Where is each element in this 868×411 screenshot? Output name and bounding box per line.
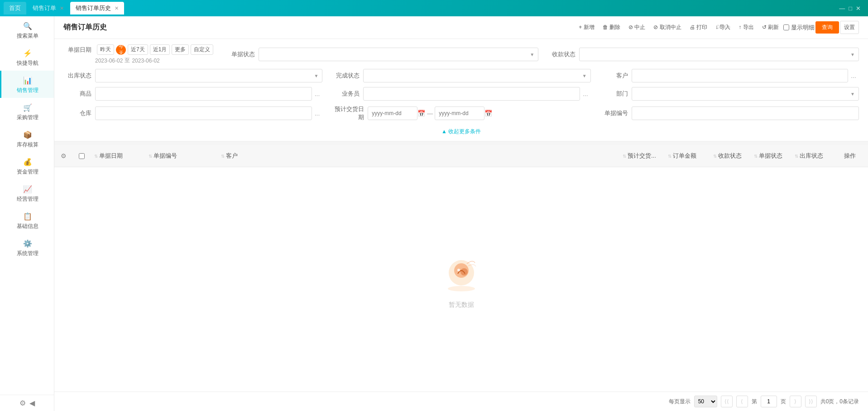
- table-settings-icon[interactable]: ⚙: [58, 149, 69, 163]
- tab-sales-order-close[interactable]: ✕: [60, 5, 64, 11]
- salesperson-dots-btn[interactable]: ...: [580, 90, 591, 97]
- warehouse-dots-btn[interactable]: ...: [312, 110, 323, 117]
- product-dots-btn[interactable]: ...: [312, 90, 323, 97]
- show-detail-label: 显示明细: [791, 24, 815, 32]
- import-button[interactable]: ↓ 导入: [712, 21, 734, 34]
- inventory-icon: 📦: [23, 131, 32, 139]
- tab-sales-order-history-close[interactable]: ✕: [115, 5, 119, 11]
- order-no-input[interactable]: [632, 106, 859, 120]
- delivery-date-to[interactable]: [435, 106, 484, 120]
- payment-status-select[interactable]: ▼: [579, 48, 859, 61]
- page-number-input[interactable]: [761, 396, 777, 407]
- th-order-no: ⇅ 单据编号: [145, 152, 217, 160]
- department-select[interactable]: ▼: [632, 87, 859, 101]
- th-date: ⇅ 单据日期: [91, 152, 145, 160]
- delivery-date-from-calendar-icon[interactable]: 📅: [417, 110, 425, 117]
- sort-orderstatus-icon[interactable]: ⇅: [754, 154, 758, 159]
- minimize-btn[interactable]: —: [839, 5, 845, 12]
- collapse-btn[interactable]: ▲ 收起更多条件: [441, 128, 481, 135]
- sidebar-item-finance[interactable]: 💰 资金管理: [0, 152, 54, 179]
- sidebar-item-quick-nav[interactable]: ⚡ 快捷导航: [0, 44, 54, 71]
- sort-date-icon[interactable]: ⇅: [94, 154, 98, 159]
- payment-status-arrow-icon: ▼: [850, 52, 855, 57]
- complete-status-select[interactable]: ▼: [363, 69, 590, 82]
- warehouse-input[interactable]: [95, 106, 312, 120]
- warehouse-status-select[interactable]: ▼: [95, 69, 322, 82]
- export-button[interactable]: ↑ 导出: [735, 21, 757, 34]
- date-quick-btns: 昨天 今天 近7天 近1月 更多 自定义: [97, 44, 213, 55]
- maximize-btn[interactable]: □: [849, 5, 852, 12]
- th-payment: ⇅ 收款状态: [710, 152, 750, 160]
- refresh-button[interactable]: ↺ 刷新: [758, 21, 782, 34]
- delivery-date-from[interactable]: [368, 106, 417, 120]
- sidebar-item-sales[interactable]: 📊 销售管理: [0, 71, 54, 98]
- department-label: 部门: [600, 90, 632, 98]
- close-btn[interactable]: ✕: [856, 5, 861, 12]
- table-area: ⚙ ⇅ 单据日期 ⇅ 单据编号 ⇅ 客户 ⇅: [54, 145, 868, 392]
- sort-warehousestatus-icon[interactable]: ⇅: [795, 154, 798, 159]
- sidebar-item-base[interactable]: 📋 基础信息: [0, 207, 54, 234]
- date-filter-group: 单据日期 昨天 今天 近7天 近1月 更多 自定义 2023-06-02 至: [63, 44, 213, 64]
- th-settings[interactable]: ⚙: [54, 149, 72, 163]
- yesterday-btn[interactable]: 昨天: [97, 44, 114, 55]
- sidebar-item-base-label: 基础信息: [17, 222, 38, 230]
- tab-sales-order-history[interactable]: 销售订单历史 ✕: [70, 2, 124, 15]
- sort-amount-icon[interactable]: ⇅: [668, 154, 671, 159]
- today-btn[interactable]: 今天: [116, 45, 126, 55]
- customer-label: 客户: [600, 72, 632, 80]
- sidebar-collapse-btn[interactable]: ◀: [29, 399, 35, 407]
- sort-payment-icon[interactable]: ⇅: [713, 154, 717, 159]
- customer-dots-btn[interactable]: ...: [848, 72, 859, 79]
- department-arrow-icon: ▼: [850, 92, 855, 97]
- sidebar-item-inventory[interactable]: 📦 库存核算: [0, 125, 54, 152]
- query-button[interactable]: 查询: [815, 21, 839, 34]
- sidebar-item-operations-label: 经营管理: [17, 195, 38, 203]
- delete-button[interactable]: 🗑 删除: [599, 21, 624, 34]
- 7days-btn[interactable]: 近7天: [128, 44, 148, 55]
- sidebar-item-system[interactable]: ⚙️ 系统管理: [0, 234, 54, 261]
- stop-button[interactable]: ⊘ 中止: [625, 21, 649, 34]
- more-btn[interactable]: 更多: [172, 44, 189, 55]
- sort-customer-icon[interactable]: ⇅: [221, 154, 225, 159]
- empty-state: 暂无数据: [54, 167, 868, 392]
- th-checkbox[interactable]: [72, 153, 91, 159]
- 1month-btn[interactable]: 近1月: [150, 44, 170, 55]
- first-page-btn[interactable]: ⟨⟨: [721, 396, 733, 407]
- delivery-date-group: 预计交货日期 📅 — 📅: [331, 105, 590, 121]
- page-size-select[interactable]: 50 10 20 100: [694, 396, 717, 407]
- cancel-stop-button[interactable]: ⊘ 取消中止: [650, 21, 685, 34]
- pagination-bar: 每页显示 50 10 20 100 ⟨⟨ ⟨ 第 页 ⟩ ⟩⟩ 共0页，0条记录: [54, 392, 868, 411]
- product-input[interactable]: [95, 87, 312, 101]
- custom-btn[interactable]: 自定义: [191, 44, 213, 55]
- customer-input[interactable]: [632, 69, 849, 82]
- select-all-checkbox[interactable]: [79, 153, 85, 159]
- sidebar-item-sales-label: 销售管理: [17, 87, 38, 94]
- th-order-status-label: 单据状态: [759, 152, 782, 160]
- tab-home[interactable]: 首页: [4, 2, 26, 15]
- tab-home-label: 首页: [9, 4, 21, 12]
- show-detail-checkbox-label[interactable]: 显示明细: [783, 24, 815, 32]
- finance-icon: 💰: [23, 158, 32, 166]
- salesperson-input[interactable]: [363, 87, 580, 101]
- next-page-btn[interactable]: ⟩: [790, 396, 801, 407]
- new-button[interactable]: + 新增: [575, 21, 598, 34]
- sort-delivery-icon[interactable]: ⇅: [623, 154, 626, 159]
- show-detail-checkbox[interactable]: [783, 24, 789, 30]
- order-status-select[interactable]: ▼: [259, 48, 538, 61]
- sidebar-item-search[interactable]: 🔍 搜索菜单: [0, 16, 54, 44]
- print-button[interactable]: 🖨 打印: [686, 21, 711, 34]
- sidebar-item-purchase[interactable]: 🛒 采购管理: [0, 98, 54, 125]
- sidebar-settings-btn[interactable]: ⚙: [19, 399, 26, 407]
- th-delivery: ⇅ 预计交货...: [619, 152, 664, 160]
- settings-button[interactable]: 设置: [840, 21, 859, 34]
- date-range-dash: 至: [125, 57, 130, 64]
- sort-orderno-icon[interactable]: ⇅: [149, 154, 152, 159]
- tab-sales-order[interactable]: 销售订单 ✕: [27, 2, 69, 15]
- delivery-date-to-calendar-icon[interactable]: 📅: [484, 110, 492, 117]
- sidebar-item-operations[interactable]: 📈 经营管理: [0, 179, 54, 207]
- last-page-btn[interactable]: ⟩⟩: [805, 396, 817, 407]
- order-no-label: 单据编号: [600, 109, 632, 117]
- customer-group: 客户 ...: [600, 69, 859, 82]
- sidebar-item-finance-label: 资金管理: [17, 168, 38, 176]
- prev-page-btn[interactable]: ⟨: [736, 396, 748, 407]
